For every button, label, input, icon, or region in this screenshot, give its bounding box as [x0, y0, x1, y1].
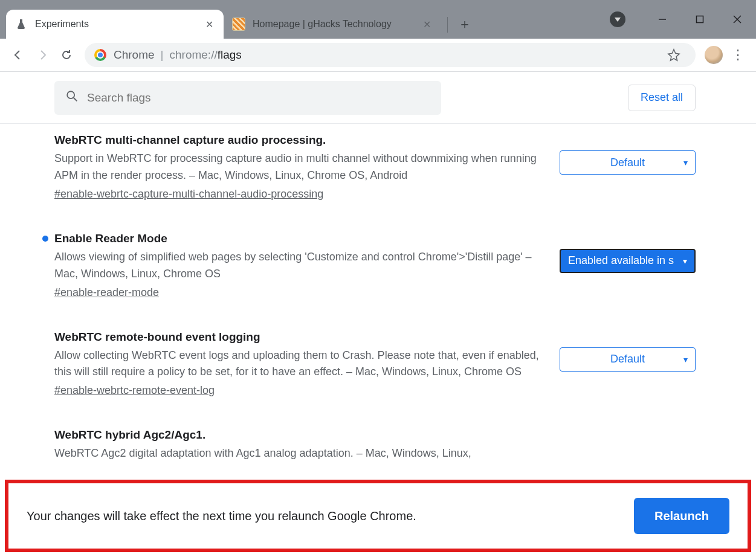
flag-row: WebRTC remote-bound event loggingAllow c…	[54, 330, 696, 429]
omnibox-text: Chrome | chrome://flags	[114, 48, 242, 62]
back-button[interactable]	[6, 43, 30, 67]
maximize-button[interactable]	[681, 7, 719, 32]
relaunch-message: Your changes will take effect the next t…	[27, 509, 634, 523]
tab-separator	[447, 17, 448, 33]
flag-text: WebRTC multi-channel capture audio proce…	[54, 134, 560, 201]
omnibox-url-strong: flags	[218, 48, 242, 62]
chevron-down-icon: ▾	[683, 158, 688, 167]
flag-select-value: Default	[610, 353, 645, 365]
chevron-down-icon: ▾	[683, 355, 688, 364]
forward-button[interactable]	[30, 43, 54, 67]
flag-select-value: Enabled available in s	[568, 254, 674, 267]
flag-row: WebRTC multi-channel capture audio proce…	[54, 134, 696, 232]
profile-badge-icon[interactable]	[610, 11, 625, 27]
flag-select[interactable]: Enabled available in s▾	[560, 249, 696, 273]
omnibox-url-muted: chrome://	[170, 48, 218, 62]
flag-control	[560, 428, 696, 466]
svg-line-5	[74, 97, 77, 101]
flags-header: Reset all	[0, 72, 756, 124]
close-window-button[interactable]	[719, 7, 756, 32]
flag-hash-link[interactable]: #enable-webrtc-remote-event-log	[54, 384, 215, 397]
tab-title: Homepage | gHacks Technology	[253, 19, 421, 30]
flag-hash-link[interactable]: #enable-reader-mode	[54, 286, 159, 299]
modified-dot-icon	[42, 236, 48, 242]
flag-select-value: Default	[610, 156, 645, 169]
chrome-icon	[94, 49, 106, 61]
flag-select[interactable]: Default▾	[560, 150, 696, 175]
flag-control: Default▾	[560, 330, 696, 398]
flag-title: WebRTC hybrid Agc2/Agc1.	[54, 428, 541, 442]
flag-text: WebRTC remote-bound event loggingAllow c…	[54, 330, 560, 398]
tab-strip: Experiments ✕ Homepage | gHacks Technolo…	[0, 0, 756, 39]
flag-row: Enable Reader ModeAllows viewing of simp…	[54, 232, 696, 330]
flag-title: WebRTC remote-bound event logging	[54, 330, 541, 344]
tab-experiments[interactable]: Experiments ✕	[6, 10, 224, 39]
flag-description: Allow collecting WebRTC event logs and u…	[54, 347, 541, 381]
close-icon[interactable]: ✕	[421, 18, 433, 30]
flag-description: WebRTC Agc2 digital adaptation with Agc1…	[54, 445, 541, 462]
profile-avatar[interactable]	[702, 43, 726, 67]
flag-description: Allows viewing of simplified web pages b…	[54, 249, 541, 283]
flask-icon	[15, 18, 28, 31]
omnibox[interactable]: Chrome | chrome://flags	[85, 43, 696, 67]
new-tab-button[interactable]: ＋	[454, 13, 476, 35]
chevron-down-icon: ▾	[683, 256, 687, 266]
flag-text: Enable Reader ModeAllows viewing of simp…	[54, 232, 560, 299]
toolbar: Chrome | chrome://flags ⋮	[0, 39, 756, 72]
relaunch-button[interactable]: Relaunch	[634, 498, 729, 534]
flag-control: Enabled available in s▾	[560, 232, 696, 299]
flag-description: Support in WebRTC for processing capture…	[54, 150, 541, 184]
flag-select[interactable]: Default▾	[560, 347, 696, 372]
window-controls	[610, 0, 756, 39]
svg-point-4	[67, 91, 74, 98]
flag-hash-link[interactable]: #enable-webrtc-capture-multi-channel-aud…	[54, 188, 323, 201]
tab-ghacks[interactable]: Homepage | gHacks Technology ✕	[224, 10, 441, 39]
search-flags-box[interactable]	[54, 81, 441, 115]
flag-text: WebRTC hybrid Agc2/Agc1.WebRTC Agc2 digi…	[54, 428, 560, 466]
minimize-button[interactable]	[644, 7, 681, 32]
flag-control: Default▾	[560, 134, 696, 201]
svg-rect-1	[697, 16, 703, 23]
reset-all-button[interactable]: Reset all	[628, 85, 696, 111]
ghacks-favicon-icon	[232, 18, 245, 31]
flag-title: WebRTC multi-channel capture audio proce…	[54, 134, 541, 147]
relaunch-bar: Your changes will take effect the next t…	[5, 480, 751, 552]
chrome-menu-button[interactable]: ⋮	[726, 43, 750, 67]
omnibox-scheme-label: Chrome	[114, 48, 155, 62]
omnibox-separator: |	[161, 48, 164, 62]
close-icon[interactable]: ✕	[203, 18, 215, 30]
search-flags-input[interactable]	[87, 91, 430, 105]
bookmark-star-icon[interactable]	[662, 43, 686, 67]
reload-button[interactable]	[54, 43, 79, 67]
search-icon	[65, 89, 79, 106]
flag-title: Enable Reader Mode	[54, 232, 541, 245]
tab-title: Experiments	[35, 19, 203, 30]
